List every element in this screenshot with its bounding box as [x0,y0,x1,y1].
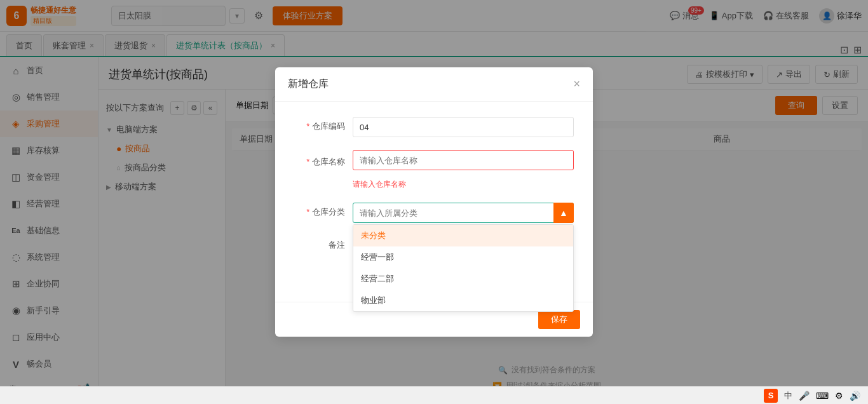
s-logo-icon[interactable]: S [764,389,778,403]
dropdown-item-ops2[interactable]: 经营二部 [353,268,573,290]
note-label: 备注 [294,236,345,251]
modal-close-btn[interactable]: × [573,77,580,91]
modal-header: 新增仓库 × [275,67,593,102]
name-error-msg: 请输入仓库名称 [353,180,406,189]
save-btn[interactable]: 保存 [538,310,580,329]
modal-overlay[interactable]: 新增仓库 × 仓库编码 仓库名称 请输入仓库名称 仓库 [0,0,868,404]
dropdown-item-property[interactable]: 物业部 [353,290,573,311]
lang-label[interactable]: 中 [784,390,792,401]
modal-title: 新增仓库 [288,77,329,91]
category-input[interactable] [353,203,574,223]
status-bar: S 中 🎤 ⌨ ⚙ 🔊 [0,386,868,404]
dropdown-item-uncategorized[interactable]: 未分类 [353,225,573,246]
name-label: 仓库名称 [294,152,345,168]
keyboard-icon[interactable]: ⌨ [816,391,829,401]
dropdown-item-ops1[interactable]: 经营一部 [353,246,573,268]
code-label: 仓库编码 [294,117,345,132]
category-dropdown-wrapper: ▲ 未分类 经营一部 经营二部 物业部 [353,203,574,223]
mic-icon[interactable]: 🎤 [799,391,810,401]
category-dropdown-list: 未分类 经营一部 经营二部 物业部 [353,224,574,312]
code-input[interactable] [353,117,574,137]
form-row-category: 仓库分类 ▲ 未分类 经营一部 经营二部 物业部 [294,203,574,223]
modal-body: 仓库编码 仓库名称 请输入仓库名称 仓库分类 ▲ [275,102,593,302]
form-row-code: 仓库编码 [294,117,574,137]
category-dropdown-btn[interactable]: ▲ [553,203,574,223]
modal-dialog: 新增仓库 × 仓库编码 仓库名称 请输入仓库名称 仓库 [275,67,593,337]
speaker-icon[interactable]: 🔊 [850,391,860,401]
name-input[interactable] [353,150,574,170]
category-label: 仓库分类 [294,203,345,218]
form-row-name: 仓库名称 请输入仓库名称 [294,150,574,190]
statusbar-settings-icon[interactable]: ⚙ [835,391,843,401]
